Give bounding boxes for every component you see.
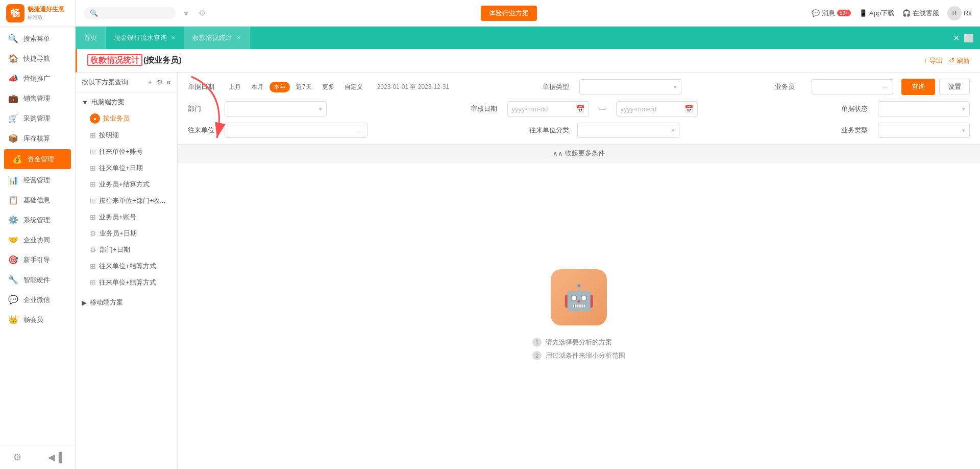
tab-right-actions: ✕ ⬜ — [953, 33, 980, 43]
counterpart-category-label: 往来单位分类 — [529, 126, 569, 135]
online-service-group[interactable]: 🎧 在线客服 — [902, 9, 939, 18]
collection-stat-tab-close[interactable]: ✕ — [236, 35, 241, 41]
sidebar-item-purchase[interactable]: 🛒采购管理 — [0, 108, 75, 128]
dept-label: 部门 — [188, 104, 216, 113]
collapse-bar[interactable]: ∧∧ 收起更多条件 — [178, 145, 980, 162]
dept-select[interactable]: ▾ — [225, 101, 327, 116]
counterpart-input[interactable]: ··· — [225, 123, 368, 138]
avatar: R — [947, 6, 962, 20]
collapse-sidebar-icon[interactable]: ◀▐ — [44, 450, 66, 465]
sidebar-item-hardware[interactable]: 🔧智能硬件 — [0, 270, 75, 290]
nav-icon-guide: 🎯 — [8, 255, 18, 265]
doc-status-label: 单据状态 — [841, 104, 870, 113]
doc-status-select[interactable]: ▾ — [878, 101, 970, 116]
online-service-label: 在线客服 — [913, 9, 939, 18]
date-tab-this-year[interactable]: 本年 — [270, 82, 290, 92]
mobile-group-title[interactable]: ▶ 移动端方案 — [76, 295, 177, 310]
date-tab-this-month[interactable]: 本月 — [247, 82, 267, 92]
scheme-panel-header: 按以下方案查询 ＋ ⚙ « — [76, 73, 177, 92]
settings-bottom-icon[interactable]: ⚙ — [9, 450, 26, 465]
scheme-item-unit-dept-collection[interactable]: ⊞ 按往来单位+部门+收... — [76, 193, 177, 209]
sidebar-item-finance[interactable]: 💰资金管理 — [4, 149, 71, 169]
counterpart-dots: ··· — [357, 127, 363, 134]
header-search-box[interactable]: 🔍 — [84, 7, 176, 19]
scheme-item-label-sp-account: 业务员+账号 — [99, 213, 136, 222]
app-download-group[interactable]: 📱 App下载 — [859, 9, 894, 18]
sidebar-item-guide[interactable]: 🎯新手引导 — [0, 250, 75, 270]
empty-state: 🤖 1 请先选择要分析的方案 2 用过滤条件来缩小分析范围 — [178, 162, 980, 469]
scheme-item-unit-settlement2[interactable]: ⊞ 往来单位+结算方式 — [76, 274, 177, 291]
export-button[interactable]: ↑ 导出 — [924, 56, 943, 65]
scheme-item-unit-settlement1[interactable]: ⊞ 往来单位+结算方式 — [76, 258, 177, 274]
scheme-item-by-salesperson[interactable]: ● 按业务员 — [76, 110, 177, 127]
scheme-sp-account-icon: ⊞ — [90, 213, 96, 221]
sidebar-item-enterprise[interactable]: 🤝企业协同 — [0, 230, 75, 250]
tip-text-1: 请先选择要分析的方案 — [546, 336, 612, 349]
bank-flow-tab-close[interactable]: ✕ — [171, 35, 176, 41]
doc-type-select[interactable]: ▾ — [579, 79, 681, 95]
page-title-suffix: (按业务员) — [143, 56, 182, 64]
sidebar-item-quick-nav[interactable]: 🏠快捷导航 — [0, 49, 75, 68]
close-window-icon[interactable]: ✕ — [953, 33, 960, 43]
scheme-item-unit-date[interactable]: ⊞ 往来单位+日期 — [76, 160, 177, 176]
sidebar-item-inventory[interactable]: 📦库存核算 — [0, 128, 75, 148]
scheme-item-unit-account[interactable]: ⊞ 往来单位+账号 — [76, 144, 177, 160]
sidebar: 畅 畅捷通好生意 标准版 🔍搜索菜单🏠快捷导航📣营销推广💼销售管理🛒采购管理📦库… — [0, 0, 76, 469]
date-tab-custom[interactable]: 自定义 — [340, 82, 367, 92]
nav-icon-member: 👑 — [8, 315, 18, 324]
refresh-button[interactable]: ↺ 刷新 — [949, 56, 970, 65]
review-date-start[interactable]: yyyy-mm-dd 📅 — [507, 101, 589, 116]
scheme-item-by-detail[interactable]: ⊞ 按明细 — [76, 127, 177, 144]
collection-stat-tab-label: 收款情况统计 — [192, 33, 232, 42]
tab-collection-stat[interactable]: 收款情况统计 ✕ — [184, 27, 250, 49]
query-button[interactable]: 查询 — [901, 79, 935, 95]
scheme-item-salesperson-settlement[interactable]: ⊞ 业务员+结算方式 — [76, 176, 177, 193]
scheme-item-label-unit-settlement1: 往来单位+结算方式 — [99, 262, 156, 271]
desktop-group-title[interactable]: ▼ 电脑端方案 — [76, 95, 177, 110]
scheme-item-salesperson-date[interactable]: ⚙ 业务员+日期 — [76, 225, 177, 242]
scheme-unit-account-icon: ⊞ — [90, 148, 96, 156]
sidebar-item-operation[interactable]: 📊经营管理 — [0, 170, 75, 190]
scheme-item-dept-date[interactable]: ⚙ 部门+日期 — [76, 242, 177, 258]
date-tab-more[interactable]: 更多 — [318, 82, 338, 92]
feature-button[interactable]: 体验行业方案 — [481, 6, 537, 21]
review-date-end-value: yyyy-mm-dd — [621, 105, 657, 113]
review-date-end[interactable]: yyyy-mm-dd 📅 — [616, 101, 698, 116]
business-type-label: 业务类型 — [841, 126, 870, 135]
scheme-detail-icon: ⊞ — [90, 131, 96, 139]
messages-group[interactable]: 💬 消息 99+ — [812, 9, 851, 18]
business-type-select[interactable]: ▾ — [878, 123, 970, 138]
date-tab-last-month[interactable]: 上月 — [225, 82, 245, 92]
nav-icon-enterprise: 🤝 — [8, 235, 18, 245]
messages-label: 消息 — [822, 9, 835, 18]
scheme-settings-icon[interactable]: ⚙ — [157, 78, 163, 86]
sidebar-item-marketing[interactable]: 📣营销推广 — [0, 68, 75, 88]
date-tab-7days[interactable]: 近7天 — [292, 82, 316, 92]
collapse-text: ∧∧ 收起更多条件 — [553, 149, 605, 158]
header-gear-icon[interactable]: ⚙ — [199, 8, 206, 18]
scheme-add-icon[interactable]: ＋ — [146, 78, 154, 87]
sidebar-item-wechat[interactable]: 💬企业微信 — [0, 290, 75, 310]
scheme-item-salesperson-account[interactable]: ⊞ 业务员+账号 — [76, 209, 177, 225]
settings-button[interactable]: 设置 — [939, 79, 970, 95]
tab-bank-flow[interactable]: 现金银行流水查询 ✕ — [106, 27, 184, 49]
header-dropdown-icon[interactable]: ▾ — [184, 8, 188, 19]
sidebar-item-sales[interactable]: 💼销售管理 — [0, 88, 75, 108]
maximize-window-icon[interactable]: ⬜ — [964, 33, 974, 43]
doc-type-chevron: ▾ — [674, 84, 677, 90]
salesperson-input[interactable]: ··· — [812, 79, 893, 95]
nav-label-guide: 新手引导 — [23, 255, 50, 265]
app-download-label: App下载 — [869, 9, 894, 18]
scheme-collapse-icon[interactable]: « — [166, 78, 171, 87]
nav-icon-hardware: 🔧 — [8, 275, 18, 285]
nav-icon-inventory: 📦 — [8, 133, 18, 143]
tab-home[interactable]: 首页 — [76, 27, 106, 49]
sidebar-item-basic-info[interactable]: 📋基础信息 — [0, 190, 75, 210]
bank-flow-tab-label: 现金银行流水查询 — [114, 33, 167, 42]
counterpart-category-select[interactable]: ▾ — [577, 123, 679, 138]
sidebar-item-system[interactable]: ⚙️系统管理 — [0, 210, 75, 230]
sidebar-item-member[interactable]: 👑畅会员 — [0, 310, 75, 330]
user-avatar-group[interactable]: R Rit — [947, 6, 972, 20]
sidebar-item-search[interactable]: 🔍搜索菜单 — [0, 29, 75, 49]
app-name: 畅捷通好生意 — [28, 5, 64, 14]
